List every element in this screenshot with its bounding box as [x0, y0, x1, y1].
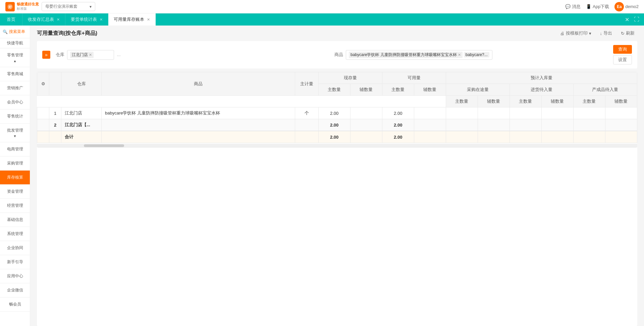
filter-more-warehouse[interactable]: …	[117, 52, 121, 57]
sidebar-item-guide[interactable]: 新手引导	[0, 255, 30, 269]
tab-available-inventory-label: 可用量库存账本	[114, 16, 144, 22]
tab-receive-summary[interactable]: 收发存汇总表 ✕	[22, 13, 65, 26]
row2-index: 2	[49, 119, 61, 131]
th-goods-arriving-group: 进货待入量	[509, 84, 573, 96]
sidebar-item-inventory-label: 库存核算	[7, 175, 23, 180]
th-purchase-aux: 辅数量	[478, 96, 509, 107]
filter-actions: 查询 设置	[613, 45, 632, 64]
sidebar-item-retail-mgmt[interactable]: 零售管理 ▲	[0, 48, 30, 67]
sidebar-item-retail-mgmt-label: 零售管理	[7, 52, 23, 58]
warehouse-tag-jb-close[interactable]: ✕	[89, 53, 92, 57]
nav-tab-actions: ✕ ⛶	[620, 13, 644, 26]
row2-settings	[37, 119, 49, 131]
sidebar-item-purchase[interactable]: 采购管理	[0, 156, 30, 171]
tab-order-stats-label: 要货单统计表	[71, 16, 97, 22]
warehouse-filter-group: 仓库 江北门店 ✕ …	[56, 50, 329, 60]
warehouse-input[interactable]: 江北门店 ✕	[67, 50, 114, 60]
content-area: 可用量查询(按仓库+商品) 🖨 按模板打印 ▾ ↓ 导出 ↻ 刷新	[30, 26, 644, 326]
export-btn[interactable]: ↓ 导出	[597, 29, 615, 38]
query-btn[interactable]: 查询	[613, 45, 632, 54]
sidebar-search-label: 搜索菜单	[9, 29, 25, 35]
product-tag-1: babycare学饮杯 儿童防摔防撞吸管杯重力球吸嘴杯宝宝水杯 ✕	[349, 52, 463, 58]
sidebar-item-guide-label: 新手引导	[7, 259, 23, 265]
logo-area: 好 畅捷通好生意 标准版	[5, 2, 39, 11]
row1-warehouse: 江北门店	[61, 107, 102, 119]
th-index	[49, 72, 61, 96]
sidebar-item-appstore[interactable]: 应用中心	[0, 269, 30, 283]
horizontal-scrollbar[interactable]	[37, 144, 637, 148]
th-product: 商品	[102, 72, 295, 96]
warehouse-tag-jb-text: 江北门店	[72, 52, 88, 58]
settings-btn[interactable]: 设置	[613, 55, 632, 64]
industry-label: 母婴行业演示账套	[45, 4, 77, 9]
sidebar-item-finance[interactable]: 资金管理	[0, 185, 30, 199]
product-label: 商品	[334, 52, 343, 58]
row1-unit: 个	[295, 107, 318, 119]
summary-goods-aux	[541, 131, 573, 143]
row2-goods-aux	[541, 119, 573, 131]
sidebar-item-wechat[interactable]: 企业微信	[0, 283, 30, 297]
th-current-aux: 辅数量	[350, 84, 382, 96]
tab-available-inventory[interactable]: 可用量库存账本 ✕	[108, 13, 156, 26]
table-header-row-3: 主数量 辅数量 主数量 辅数量 主数量 辅数量	[37, 96, 637, 107]
sidebar-item-ecommerce[interactable]: 电商管理	[0, 142, 30, 156]
logo-text-area: 畅捷通好生意 标准版	[17, 2, 39, 11]
sidebar-item-ecommerce-label: 电商管理	[7, 146, 23, 152]
refresh-btn[interactable]: ↻ 刷新	[618, 29, 637, 38]
sidebar-item-enterprise[interactable]: 企业协同	[0, 241, 30, 255]
product-tag-1-close[interactable]: ✕	[458, 53, 461, 57]
row2-warehouse: 江北门店【...	[61, 119, 102, 131]
sidebar-item-retail-mall[interactable]: 零售商城	[0, 67, 30, 81]
sidebar-item-system-label: 系统管理	[7, 231, 23, 237]
sidebar-item-member[interactable]: 会员中心	[0, 95, 30, 109]
sidebar-item-inventory[interactable]: 库存核算	[0, 171, 30, 185]
sidebar-item-wholesale[interactable]: 批发管理 ▼	[0, 124, 30, 142]
summary-purchase-main	[446, 131, 478, 143]
table-row: 1 江北门店 babycare学饮杯 儿童防摔防撞吸管杯重力球吸嘴杯宝宝水杯 个…	[37, 107, 637, 119]
logo-title: 畅捷通好生意	[17, 2, 39, 6]
message-btn[interactable]: 💬 消息	[565, 4, 581, 10]
sidebar-nav-shortcut[interactable]: 快捷导航	[0, 38, 30, 48]
app-download-btn[interactable]: 📱 App下载	[586, 4, 609, 10]
nav-tabs: 首页 收发存汇总表 ✕ 要货单统计表 ✕ 可用量库存账本 ✕ ✕ ⛶	[0, 13, 644, 26]
th-goods-aux: 辅数量	[541, 96, 573, 107]
product-tag-2-text: babycare?...	[466, 52, 488, 57]
industry-selector[interactable]: 母婴行业演示账套 ▾	[42, 2, 95, 11]
print-btn[interactable]: 🖨 按模板打印 ▾	[557, 29, 594, 38]
tab-home[interactable]: 首页	[0, 13, 22, 26]
row2-available-aux	[414, 119, 446, 131]
sidebar-item-retail-stats-label: 零售统计	[7, 113, 23, 119]
tab-receive-summary-close[interactable]: ✕	[57, 17, 60, 22]
page-header: 可用量查询(按仓库+商品) 🖨 按模板打印 ▾ ↓ 导出 ↻ 刷新	[30, 26, 644, 41]
tab-order-stats[interactable]: 要货单统计表 ✕	[65, 13, 108, 26]
sidebar-item-operations[interactable]: 经营管理	[0, 199, 30, 213]
tab-expand-btn[interactable]: ⛶	[633, 16, 641, 23]
filter-expand-btn[interactable]: »	[42, 51, 50, 59]
settings-icon[interactable]: ⚙	[41, 81, 45, 86]
scrollbar-thumb[interactable]	[84, 144, 124, 147]
sidebar-item-wholesale-label: 批发管理	[7, 128, 23, 133]
summary-purchase-aux	[478, 131, 509, 143]
data-table-wrapper: ⚙ 仓库 商品 主计量 现存量 可用量 预计入库量 主数量 辅数	[37, 72, 637, 143]
row1-purchase-aux	[478, 107, 509, 119]
product-input[interactable]: babycare学饮杯 儿童防摔防撞吸管杯重力球吸嘴杯宝宝水杯 ✕ babyca…	[346, 50, 492, 60]
tab-available-inventory-close[interactable]: ✕	[147, 17, 150, 22]
row1-available-aux	[414, 107, 446, 119]
sidebar-item-retail-stats[interactable]: 零售统计	[0, 109, 30, 124]
refresh-icon: ↻	[621, 31, 625, 36]
tab-close-btn[interactable]: ✕	[624, 16, 631, 24]
table-header-row-1: ⚙ 仓库 商品 主计量 现存量 可用量 预计入库量	[37, 72, 637, 84]
sidebar-item-marketing[interactable]: 营销推广	[0, 81, 30, 95]
th-available-aux: 辅数量	[414, 84, 446, 96]
tab-order-stats-close[interactable]: ✕	[100, 17, 103, 22]
summary-current-main: 2.00	[318, 131, 350, 143]
summary-prod-main	[573, 131, 605, 143]
tab-home-label: 首页	[7, 16, 15, 22]
user-area[interactable]: Ea demo2	[614, 2, 639, 11]
th-available-main: 主数量	[382, 84, 414, 96]
sidebar-search[interactable]: 🔍 搜索菜单	[0, 26, 30, 38]
sidebar-item-member2[interactable]: 畅会员	[0, 297, 30, 312]
sidebar-item-system[interactable]: 系统管理	[0, 227, 30, 241]
sidebar-item-basic-info[interactable]: 基础信息	[0, 213, 30, 227]
product-filter-group: 商品 babycare学饮杯 儿童防摔防撞吸管杯重力球吸嘴杯宝宝水杯 ✕ bab…	[334, 50, 608, 60]
